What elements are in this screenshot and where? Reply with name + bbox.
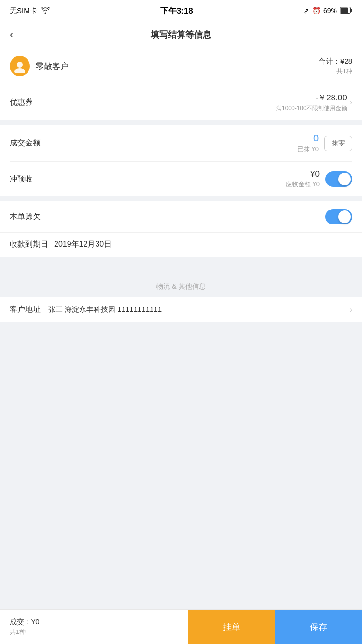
prepay-toggle[interactable] <box>325 171 352 187</box>
coupon-label: 优惠券 <box>10 98 33 108</box>
debt-label: 本单赊欠 <box>10 212 41 222</box>
customer-section: 零散客户 合计：¥28 共1种 优惠券 -￥28.00 满1000-100不限制… <box>0 48 362 120</box>
total-count: 共1种 <box>319 67 352 76</box>
status-right: ⇗ ⏰ 69% <box>304 7 352 15</box>
due-date-row: 收款到期日 2019年12月30日 <box>0 232 362 257</box>
transaction-label: 成交金额 <box>10 138 41 148</box>
address-label: 客户地址 <box>10 305 41 315</box>
spacer-1 <box>0 262 362 277</box>
battery-text: 69% <box>323 7 337 14</box>
customer-name: 零散客户 <box>36 61 69 72</box>
save-button[interactable]: 保存 <box>275 610 362 644</box>
svg-rect-2 <box>340 7 348 13</box>
debt-row: 本单赊欠 <box>0 201 362 232</box>
total-label: 合计：¥28 <box>319 57 352 66</box>
transaction-sub: 已抹 ¥0 <box>297 145 319 154</box>
address-chevron-icon: › <box>350 306 352 314</box>
transaction-value: 0 <box>297 133 319 144</box>
carrier-text: 无SIM卡 <box>10 6 37 15</box>
save-button-label: 保存 <box>310 621 327 633</box>
debt-toggle[interactable] <box>325 209 352 224</box>
bottom-transaction-value: ¥0 <box>31 617 40 626</box>
status-bar: 无SIM卡 下午3:18 ⇗ ⏰ 69% <box>0 0 362 21</box>
coupon-right: -￥28.00 满1000-100不限制使用金额 › <box>276 92 352 112</box>
battery-icon <box>340 7 352 15</box>
customer-left: 零散客户 <box>10 56 69 76</box>
hold-button-label: 挂单 <box>223 621 240 633</box>
prepay-value: ¥0 <box>286 169 320 179</box>
customer-row: 零散客户 合计：¥28 共1种 <box>0 48 362 84</box>
nav-bar: ‹ 填写结算等信息 <box>0 21 362 48</box>
bottom-transaction-label: 成交： <box>10 617 31 626</box>
hold-button[interactable]: 挂单 <box>188 610 275 644</box>
coupon-info: -￥28.00 满1000-100不限制使用金额 <box>276 92 347 112</box>
prepay-sub: 应收金额 ¥0 <box>286 180 320 189</box>
coupon-desc: 满1000-100不限制使用金额 <box>276 104 347 112</box>
prepay-amount: ¥0 应收金额 ¥0 <box>286 169 320 189</box>
amount-container: 0 已抹 ¥0 <box>297 133 319 154</box>
round-button[interactable]: 抹零 <box>324 136 352 151</box>
svg-point-3 <box>17 62 23 68</box>
status-time: 下午3:18 <box>160 5 193 16</box>
transaction-right: 0 已抹 ¥0 抹零 <box>297 133 352 154</box>
wifi-icon <box>41 7 50 15</box>
status-left: 无SIM卡 <box>10 6 50 15</box>
back-button[interactable]: ‹ <box>10 28 13 41</box>
chevron-right-icon: › <box>350 98 352 107</box>
logistics-title: 物流 & 其他信息 <box>10 282 352 291</box>
prepay-row: 冲预收 ¥0 应收金额 ¥0 <box>10 162 352 196</box>
page-title: 填写结算等信息 <box>151 29 211 41</box>
bottom-info: 成交：¥0 共1种 <box>0 617 188 636</box>
transaction-amount-row: 成交金额 0 已抹 ¥0 抹零 <box>10 125 352 162</box>
address-row[interactable]: 客户地址 张三 海淀永丰科技园 11111111111 › <box>0 297 362 322</box>
debt-section: 本单赊欠 收款到期日 2019年12月30日 <box>0 201 362 257</box>
location-icon: ⇗ <box>304 7 309 14</box>
prepay-right: ¥0 应收金额 ¥0 <box>286 169 352 189</box>
coupon-amount: -￥28.00 <box>276 92 347 103</box>
content: 零散客户 合计：¥28 共1种 优惠券 -￥28.00 满1000-100不限制… <box>0 48 362 462</box>
logistics-header: 物流 & 其他信息 <box>0 277 362 297</box>
alarm-icon: ⏰ <box>312 7 320 14</box>
customer-avatar <box>10 56 30 76</box>
svg-rect-1 <box>350 9 352 12</box>
bottom-count: 共1种 <box>10 628 179 636</box>
bottom-spacer <box>0 327 362 424</box>
address-value: 张三 海淀永丰科技园 11111111111 <box>48 305 350 314</box>
coupon-row[interactable]: 优惠券 -￥28.00 满1000-100不限制使用金额 › <box>0 84 362 120</box>
address-section: 客户地址 张三 海淀永丰科技园 11111111111 › <box>0 297 362 322</box>
prepay-label: 冲预收 <box>10 174 33 184</box>
customer-summary: 合计：¥28 共1种 <box>319 57 352 76</box>
due-date-value: 2019年12月30日 <box>54 239 111 250</box>
bottom-bar: 成交：¥0 共1种 挂单 保存 <box>0 609 362 644</box>
due-date-label: 收款到期日 <box>10 239 48 250</box>
transaction-section: 成交金额 0 已抹 ¥0 抹零 冲预收 ¥0 应收金额 ¥0 <box>0 125 362 196</box>
bottom-transaction-text: 成交：¥0 <box>10 617 179 627</box>
svg-point-4 <box>14 68 25 73</box>
